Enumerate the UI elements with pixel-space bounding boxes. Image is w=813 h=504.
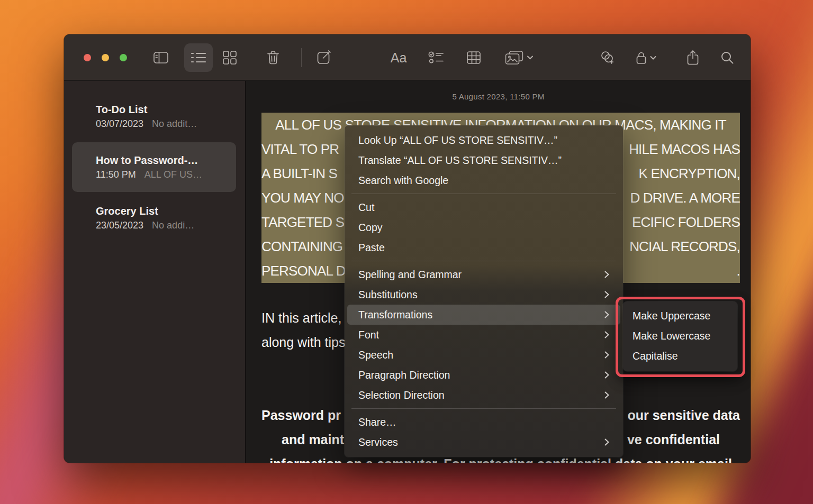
note-text-line: IN this article, xyxy=(261,306,345,330)
close-button[interactable] xyxy=(84,54,91,61)
context-menu: Look Up “ALL OF US STORE SENSITIV…” Tran… xyxy=(345,125,623,457)
note-meta: 23/05/2023 No addi… xyxy=(96,220,236,231)
menu-separator xyxy=(351,194,616,194)
checklist-icon[interactable] xyxy=(428,51,444,65)
menu-item-look-up[interactable]: Look Up “ALL OF US STORE SENSITIV…” xyxy=(345,130,623,150)
note-preview: ALL OF US… xyxy=(144,169,202,180)
submenu-chevron-icon xyxy=(604,331,609,338)
chevron-down-icon xyxy=(650,56,656,60)
menu-item-speech[interactable]: Speech xyxy=(345,345,623,365)
menu-item-spelling-and-grammar[interactable]: Spelling and Grammar xyxy=(345,264,623,285)
search-icon[interactable] xyxy=(721,51,734,65)
submenu-chevron-icon xyxy=(604,311,609,318)
note-item-grocery-list[interactable]: Grocery List 23/05/2023 No addi… xyxy=(72,193,236,243)
note-date: 03/07/2023 xyxy=(96,118,143,130)
menu-separator xyxy=(351,408,616,409)
note-title: To-Do List xyxy=(96,104,236,116)
note-meta: 11:50 PM ALL OF US… xyxy=(96,169,236,180)
menu-item-translate[interactable]: Translate “ALL OF US STORE SENSITIV…” xyxy=(345,150,623,170)
annotation-box xyxy=(616,297,745,377)
note-text-line: along with tips xyxy=(261,330,345,354)
menu-item-share[interactable]: Share… xyxy=(345,412,623,432)
chevron-down-icon xyxy=(527,56,534,60)
note-paragraph[interactable]: IN this article, along with tips xyxy=(261,306,345,354)
submenu-chevron-icon xyxy=(604,391,609,399)
submenu-chevron-icon xyxy=(604,291,609,298)
list-view-icon[interactable] xyxy=(191,51,206,64)
lock-icon[interactable] xyxy=(636,51,656,65)
delete-note-icon[interactable] xyxy=(267,50,279,65)
format-text-label: Aa xyxy=(391,50,407,66)
format-text-icon[interactable]: Aa xyxy=(391,50,407,66)
menu-item-font[interactable]: Font xyxy=(345,325,623,345)
note-date: 11:50 PM xyxy=(96,169,136,180)
menu-item-transformations[interactable]: Transformations xyxy=(347,305,620,325)
note-meta: 03/07/2023 No addit… xyxy=(96,118,236,130)
note-date-header: 5 August 2023, 11:50 PM xyxy=(246,92,751,101)
submenu-chevron-icon xyxy=(604,271,609,278)
table-icon[interactable] xyxy=(467,51,481,64)
menu-item-services[interactable]: Services xyxy=(345,432,623,452)
submenu-chevron-icon xyxy=(604,438,609,446)
menu-item-paragraph-direction[interactable]: Paragraph Direction xyxy=(345,365,623,385)
note-preview: No addi… xyxy=(152,220,194,231)
menu-separator xyxy=(351,261,616,261)
toolbar: Aa xyxy=(64,34,751,80)
note-item-todo-list[interactable]: To-Do List 03/07/2023 No addit… xyxy=(72,91,236,141)
submenu-chevron-icon xyxy=(604,351,609,359)
gallery-view-icon[interactable] xyxy=(223,51,237,65)
share-icon[interactable] xyxy=(687,50,699,66)
toolbar-divider xyxy=(301,48,302,67)
menu-item-paste[interactable]: Paste xyxy=(345,237,623,258)
media-icon[interactable] xyxy=(505,51,534,65)
note-title: How to Password-… xyxy=(96,154,236,167)
notes-list: To-Do List 03/07/2023 No addit… How to P… xyxy=(64,81,245,463)
minimize-button[interactable] xyxy=(102,54,109,61)
new-note-icon[interactable] xyxy=(317,50,332,65)
menu-item-substitutions[interactable]: Substitutions xyxy=(345,285,623,305)
desktop: Aa xyxy=(0,0,813,504)
menu-item-cut[interactable]: Cut xyxy=(345,197,623,217)
zoom-button[interactable] xyxy=(120,54,127,61)
note-date: 23/05/2023 xyxy=(96,220,143,231)
note-preview: No addit… xyxy=(152,118,197,130)
submenu-chevron-icon xyxy=(604,371,609,379)
note-title: Grocery List xyxy=(96,205,236,217)
menu-item-copy[interactable]: Copy xyxy=(345,217,623,237)
add-link-icon[interactable] xyxy=(600,51,616,65)
menu-item-selection-direction[interactable]: Selection Direction xyxy=(345,385,623,405)
sidebar-toggle-icon[interactable] xyxy=(153,52,168,63)
menu-item-search-with-google[interactable]: Search with Google xyxy=(345,170,623,190)
note-item-how-to-password[interactable]: How to Password-… 11:50 PM ALL OF US… xyxy=(72,142,236,192)
